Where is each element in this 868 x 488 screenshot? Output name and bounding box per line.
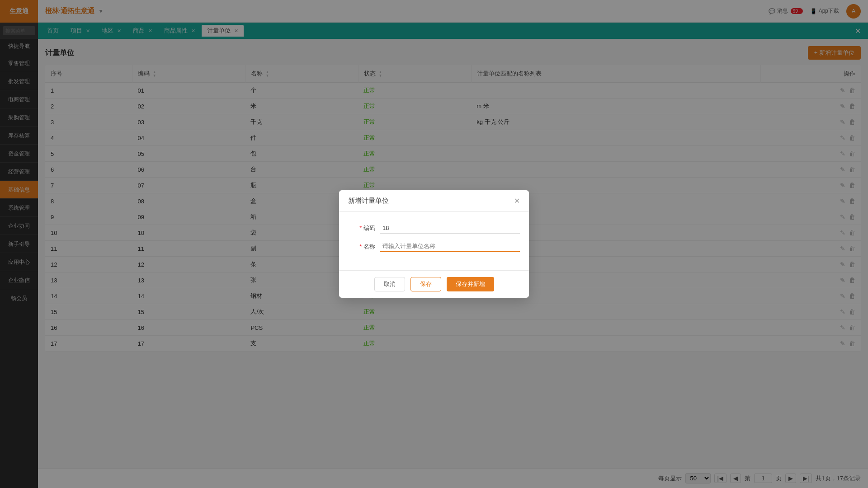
save-button[interactable]: 保存: [410, 277, 441, 291]
modal-body: 编码 名称: [339, 212, 529, 270]
modal-footer: 取消 保存 保存并新增: [339, 270, 529, 298]
form-code-label: 编码: [348, 224, 375, 232]
cancel-button[interactable]: 取消: [374, 277, 405, 291]
modal-header: 新增计量单位 ✕: [339, 190, 529, 212]
save-and-new-button[interactable]: 保存并新增: [447, 277, 494, 291]
modal-overlay: 新增计量单位 ✕ 编码 名称 取消 保存 保存并新增: [0, 0, 868, 488]
add-unit-modal: 新增计量单位 ✕ 编码 名称 取消 保存 保存并新增: [339, 190, 529, 298]
form-code-input[interactable]: [380, 223, 520, 234]
form-code-row: 编码: [348, 223, 520, 234]
form-name-label: 名称: [348, 243, 375, 251]
form-name-input[interactable]: [380, 241, 520, 252]
modal-close-btn[interactable]: ✕: [514, 197, 520, 205]
form-name-row: 名称: [348, 241, 520, 252]
modal-title: 新增计量单位: [348, 197, 389, 205]
